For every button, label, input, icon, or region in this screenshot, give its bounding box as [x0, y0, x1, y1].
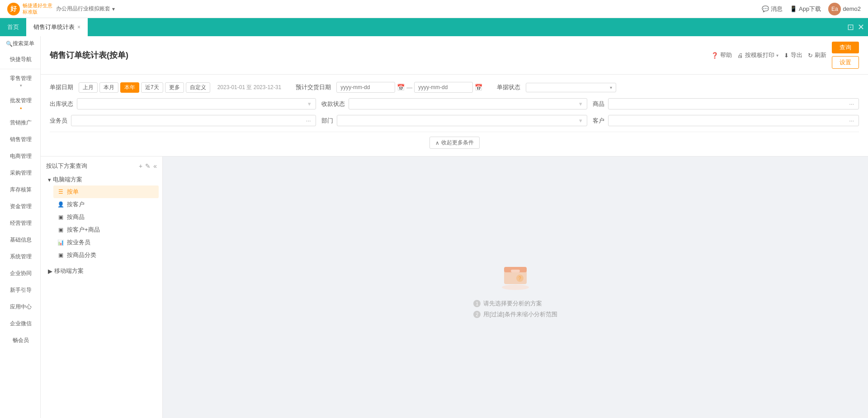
date-btn-this-year[interactable]: 本年 — [120, 82, 139, 93]
sidebar-item-system[interactable]: 系统管理 — [0, 248, 40, 265]
delivery-status-select[interactable]: ▾ — [77, 98, 316, 109]
dept-chevron-icon: ▾ — [579, 117, 582, 124]
svg-text:?: ? — [519, 276, 521, 281]
page-header: 销售订单统计表(按单) ❓ 帮助 🖨 按模板打印 ▾ ⬇ 导出 — [41, 36, 868, 75]
desktop-group-arrow: ▾ — [48, 176, 51, 183]
edit-scheme-icon[interactable]: ✎ — [145, 162, 151, 170]
sidebar-item-finance[interactable]: 资金管理 — [0, 198, 40, 215]
collapse-row: ∧ 收起更多条件 — [50, 132, 859, 149]
sidebar-item-marketing[interactable]: 营销推广 — [0, 114, 40, 131]
sidebar-item-weixin[interactable]: 企业微信 — [0, 315, 40, 332]
page-actions: ❓ 帮助 🖨 按模板打印 ▾ ⬇ 导出 ↻ 刷新 — [711, 42, 859, 69]
filter-area: 单据日期 上月 本月 本年 近7天 更多 自定义 2023-01-01 至 20… — [41, 75, 868, 157]
right-content: ? 1 请先选择要分析的方案 2 用[过滤]条件来缩小分析范围 — [163, 157, 868, 418]
payment-status-chevron-icon: ▾ — [579, 100, 582, 107]
print-template-button[interactable]: 🖨 按模板打印 ▾ — [737, 51, 778, 59]
help-button[interactable]: ❓ 帮助 — [711, 51, 732, 59]
payment-status-select[interactable]: ▾ — [349, 98, 588, 109]
scheme-by-prod-cat[interactable]: ▣ 按商品分类 — [53, 249, 159, 261]
tab-home[interactable]: 首页 — [0, 18, 26, 36]
tab-sales-order-stats[interactable]: 销售订单统计表 × — [26, 18, 88, 36]
date-btn-custom[interactable]: 自定义 — [186, 82, 210, 93]
content-area: 销售订单统计表(按单) ❓ 帮助 🖨 按模板打印 ▾ ⬇ 导出 — [41, 36, 868, 418]
customer-more-icon: ··· — [849, 117, 854, 124]
sidebar-item-wholesale[interactable]: 批发管理 ▴ — [0, 92, 40, 114]
dept-select[interactable]: ▾ — [337, 115, 588, 126]
sidebar-item-operation[interactable]: 经营管理 — [0, 215, 40, 232]
sidebar-item-retail[interactable]: 零售管理 ▾ — [0, 70, 40, 92]
delivery-status-label: 出库状态 — [50, 100, 73, 108]
date-btn-this-month[interactable]: 本月 — [99, 82, 118, 93]
search-icon: 🔍 — [6, 41, 13, 47]
scheme-by-salesman[interactable]: 📊 按业务员 — [53, 236, 159, 249]
breadcrumb-dropdown-icon[interactable]: ▾ — [112, 6, 115, 12]
export-button[interactable]: ⬇ 导出 — [784, 51, 802, 59]
retail-arrow: ▾ — [20, 83, 22, 88]
breadcrumb[interactable]: 办公用品行业模拟账套 ▾ — [56, 5, 115, 13]
product-more-icon: ··· — [849, 100, 854, 107]
calendar-end-icon: 📅 — [475, 84, 482, 91]
message-button[interactable]: 💬 消息 — [762, 5, 783, 13]
salesman-label: 业务员 — [50, 117, 67, 125]
expected-date-end[interactable] — [414, 82, 473, 93]
date-btn-more[interactable]: 更多 — [165, 82, 184, 93]
sidebar-item-purchase[interactable]: 采购管理 — [0, 165, 40, 181]
settings-button[interactable]: 设置 — [832, 56, 859, 69]
sidebar-item-basic[interactable]: 基础信息 — [0, 232, 40, 248]
svg-point-0 — [502, 285, 529, 290]
date-btn-last-month[interactable]: 上月 — [79, 82, 98, 93]
query-button[interactable]: 查询 — [832, 42, 859, 53]
sidebar-item-apps[interactable]: 应用中心 — [0, 299, 40, 315]
tab-close-icon[interactable]: × — [77, 24, 80, 30]
empty-hint-2: 2 用[过滤]条件来缩小分析范围 — [473, 310, 557, 318]
scheme-by-customer[interactable]: 👤 按客户 — [53, 198, 159, 211]
salesman-select[interactable]: ··· — [71, 115, 316, 126]
panel-header: 按以下方案查询 + ✎ « — [44, 162, 159, 170]
desktop-schemes-group[interactable]: ▾ 电脑端方案 — [44, 174, 159, 185]
export-icon: ⬇ — [784, 52, 789, 59]
scheme-by-order[interactable]: ☰ 按单 — [53, 185, 159, 198]
mobile-group-arrow: ▶ — [48, 268, 52, 275]
scheme-by-cust-prod[interactable]: ▣ 按客户+商品 — [53, 223, 159, 236]
app-download-button[interactable]: 📱 App下载 — [790, 5, 821, 13]
product-select[interactable]: ··· — [608, 98, 859, 109]
sidebar-item-quick-nav[interactable]: 快捷导航 — [0, 51, 40, 68]
empty-state: ? 1 请先选择要分析的方案 2 用[过滤]条件来缩小分析范围 — [473, 253, 557, 321]
status-select[interactable]: ▾ — [526, 83, 616, 92]
collapse-panel-icon[interactable]: « — [153, 162, 157, 170]
empty-hint-1: 1 请先选择要分析的方案 — [473, 299, 557, 308]
date-filter-label: 单据日期 — [50, 83, 73, 91]
top-bar-right: 💬 消息 📱 App下载 Ea demo2 — [762, 3, 861, 15]
mobile-schemes-group[interactable]: ▶ 移动端方案 — [44, 265, 159, 277]
refresh-button[interactable]: ↻ 刷新 — [808, 51, 826, 59]
help-icon: ❓ — [711, 52, 718, 59]
sidebar-search[interactable]: 🔍 搜索菜单 — [0, 36, 40, 51]
scheme-by-product[interactable]: ▣ 按商品 — [53, 211, 159, 223]
customer-select[interactable]: ··· — [608, 115, 859, 126]
sidebar-item-sales[interactable]: 销售管理 — [0, 131, 40, 148]
sidebar-item-inventory[interactable]: 库存核算 — [0, 181, 40, 198]
customer-cell: 客户 ··· — [593, 115, 859, 126]
sidebar: 🔍 搜索菜单 快捷导航 零售管理 ▾ 批发管理 ▴ 营销推广 销售管理 — [0, 36, 41, 418]
tab-close-window-icon[interactable]: ✕ — [858, 22, 864, 32]
page-title: 销售订单统计表(按单) — [50, 50, 128, 61]
sidebar-item-newbie[interactable]: 新手引导 — [0, 282, 40, 299]
sidebar-item-ecom[interactable]: 电商管理 — [0, 148, 40, 165]
date-btn-7days[interactable]: 近7天 — [141, 82, 163, 93]
query-btn-group: 查询 设置 — [832, 42, 859, 69]
left-panel: 按以下方案查询 + ✎ « ▾ 电脑端方案 ☰ — [41, 157, 163, 418]
empty-illustration: ? — [495, 253, 536, 294]
sidebar-item-corp[interactable]: 企业协同 — [0, 265, 40, 282]
expected-date-start[interactable] — [336, 82, 395, 93]
salesman-more-icon: ··· — [306, 117, 311, 124]
svg-rect-3 — [511, 270, 520, 272]
user-menu[interactable]: Ea demo2 — [828, 3, 861, 15]
collapse-button[interactable]: ∧ 收起更多条件 — [429, 137, 480, 149]
collapse-icon: ∧ — [435, 140, 439, 146]
top-bar-left: 好 畅捷通好生意 标准版 办公用品行业模拟账套 ▾ — [7, 3, 115, 15]
panel-container: 按以下方案查询 + ✎ « ▾ 电脑端方案 ☰ — [41, 157, 868, 418]
sidebar-item-member[interactable]: 畅会员 — [0, 332, 40, 349]
add-scheme-icon[interactable]: + — [139, 162, 142, 170]
tab-minimize-icon[interactable]: ⊡ — [847, 22, 854, 32]
scheme-by-order-icon: ☰ — [57, 188, 64, 195]
